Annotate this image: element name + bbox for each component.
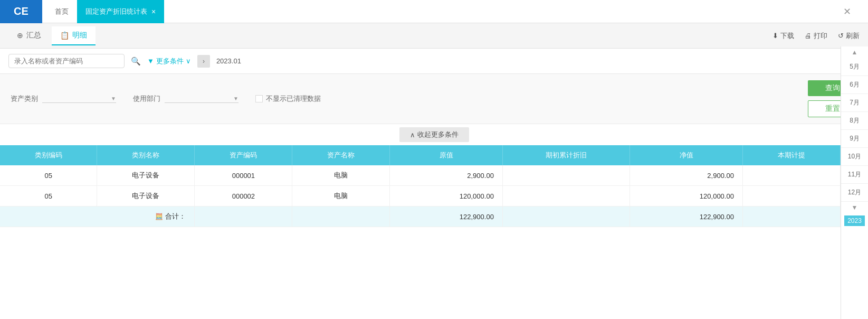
print-icon: 🖨 [805,32,812,40]
month-12[interactable]: 12月 [841,184,868,202]
month-7[interactable]: 7月 [841,94,868,112]
filter-icon: ▼ [147,57,154,65]
year-badge: 2023 [844,215,865,226]
month-9[interactable]: 9月 [841,130,868,148]
total-accumulated [502,207,630,227]
date-display: 2023.01 [216,57,241,65]
cell-original-value: 120,000.00 [390,186,502,207]
asset-type-arrow: ▼ [111,96,116,101]
cell-category-name: 电子设备 [97,165,195,186]
department-filter: 使用部门 ▼ [133,94,239,104]
table-row: 05 电子设备 000001 电脑 2,900.00 2,900.00 [0,165,841,186]
chevron-down-icon: ∨ [186,57,191,65]
main-content: ⊕ 汇总 📋 明细 ⬇ 下载 🖨 打印 ↺ 刷新 🔍 ▼ [0,23,868,319]
department-arrow: ▼ [233,96,239,101]
total-original-value: 122,900.00 [390,207,502,227]
month-6[interactable]: 6月 [841,76,868,94]
table-container: 类别编码 类别名称 资产编码 资产名称 原值 期初累计折旧 净值 本期计提 05… [0,145,841,319]
cell-asset-code: 000001 [195,165,292,186]
asset-type-filter: 资产类别 ▼ [11,94,116,104]
total-net-value: 122,900.00 [630,207,742,227]
checkbox-box[interactable] [255,95,263,102]
summary-icon: ⊕ [17,31,23,40]
nav-tab-label: 固定资产折旧统计表 [85,7,147,16]
total-empty1 [195,207,292,227]
header-net-value: 净值 [630,145,742,165]
month-8[interactable]: 8月 [841,112,868,130]
logo: CE [0,0,42,23]
tab-summary[interactable]: ⊕ 汇总 [8,26,50,45]
month-panel: ▲ 5月 6月 7月 8月 9月 10月 11月 12月 ▼ 2023 [841,46,868,319]
print-button[interactable]: 🖨 打印 [805,31,827,41]
exclude-cleared-label: 不显示已清理数据 [266,94,321,104]
logo-text: CE [14,5,28,17]
tab-bar: ⊕ 汇总 📋 明细 ⬇ 下载 🖨 打印 ↺ 刷新 [0,23,868,49]
table-header-row: 类别编码 类别名称 资产编码 资产名称 原值 期初累计折旧 净值 本期计提 [0,145,841,165]
collapse-bar: ∧ 收起更多条件 [0,124,868,145]
tab-detail-label: 明细 [72,31,87,40]
filter-area: 资产类别 ▼ 使用部门 ▼ 不显示已清理数据 查询 重置 [0,74,868,124]
cell-net-value: 2,900.00 [630,165,742,186]
cell-asset-code: 000002 [195,186,292,207]
collapse-icon: ∧ [410,131,415,139]
collapse-button[interactable]: ∧ 收起更多条件 [399,127,469,142]
refresh-icon: ↺ [838,32,844,40]
search-bar: 🔍 ▼ 更多条件 ∨ › 2023.01 [0,49,868,74]
header-asset-name: 资产名称 [292,145,390,165]
cell-accumulated [502,186,630,207]
tab-detail[interactable]: 📋 明细 [52,26,96,45]
month-down-arrow[interactable]: ▼ [841,202,868,213]
data-table: 类别编码 类别名称 资产编码 资产名称 原值 期初累计折旧 净值 本期计提 05… [0,145,841,227]
detail-icon: 📋 [60,31,69,40]
cell-current-dep [742,165,840,186]
tab-summary-label: 汇总 [26,31,41,40]
table-total-row: 🧮 合计： 122,900.00 122,900.00 [0,207,841,227]
cell-asset-name: 电脑 [292,165,390,186]
asset-type-select[interactable]: ▼ [42,95,116,103]
header-category-name: 类别名称 [97,145,195,165]
download-button[interactable]: ⬇ 下载 [772,31,794,41]
nav-active-tab[interactable]: 固定资产折旧统计表 × [77,0,164,23]
cell-accumulated [502,165,630,186]
search-input[interactable] [8,54,125,68]
cell-category-code: 05 [0,165,97,186]
month-up-arrow[interactable]: ▲ [841,46,868,58]
total-label-text: 合计： [165,212,186,221]
total-calc-icon: 🧮 [155,213,163,220]
toolbar-actions: ⬇ 下载 🖨 打印 ↺ 刷新 [772,31,860,41]
header-original-value: 原值 [390,145,502,165]
more-conditions-toggle[interactable]: ▼ 更多条件 ∨ [147,57,191,66]
cell-category-name: 电子设备 [97,186,195,207]
department-label: 使用部门 [133,94,160,104]
cell-asset-name: 电脑 [292,186,390,207]
cell-net-value: 120,000.00 [630,186,742,207]
month-10[interactable]: 10月 [841,148,868,166]
download-icon: ⬇ [772,32,778,40]
total-current-dep [742,207,840,227]
window-close-button[interactable]: ✕ [835,6,860,17]
header-category-code: 类别编码 [0,145,97,165]
nav-home-link[interactable]: 首页 [46,7,77,16]
exclude-cleared-checkbox[interactable]: 不显示已清理数据 [255,94,321,104]
date-nav-arrow[interactable]: › [197,55,210,68]
asset-type-label: 资产类别 [11,94,38,104]
cell-current-dep [742,186,840,207]
header-accumulated-depreciation: 期初累计折旧 [502,145,630,165]
total-empty2 [292,207,390,227]
search-icon[interactable]: 🔍 [131,57,141,66]
month-11[interactable]: 11月 [841,166,868,184]
department-select[interactable]: ▼ [165,95,239,103]
top-nav: CE 首页 固定资产折旧统计表 × ✕ [0,0,868,23]
cell-category-code: 05 [0,186,97,207]
nav-tab-close[interactable]: × [151,7,156,16]
filter-row: 资产类别 ▼ 使用部门 ▼ 不显示已清理数据 查询 重置 [11,80,857,117]
refresh-button[interactable]: ↺ 刷新 [838,31,860,41]
header-current-depreciation: 本期计提 [742,145,840,165]
table-row: 05 电子设备 000002 电脑 120,000.00 120,000.00 [0,186,841,207]
total-icon-cell: 🧮 合计： [0,207,195,227]
header-asset-code: 资产编码 [195,145,292,165]
cell-original-value: 2,900.00 [390,165,502,186]
month-5[interactable]: 5月 [841,58,868,76]
